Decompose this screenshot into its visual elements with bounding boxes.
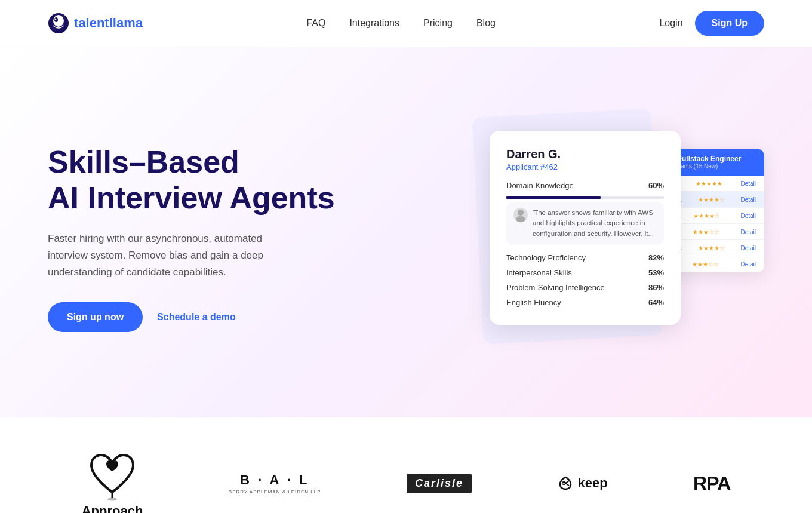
- skill-bar-wrap-domain: [506, 196, 664, 199]
- carlisle-logo-text: Carlisle: [407, 474, 472, 493]
- skill-domain-knowledge: Domain Knowledge 60%: [506, 181, 664, 199]
- approach-logo-icon: [85, 447, 139, 501]
- nav-link-blog[interactable]: Blog: [476, 18, 496, 29]
- candidate-card: Darren G. Applicant #462 Domain Knowledg…: [490, 131, 681, 325]
- skills-section: Technology Proficiency 82% Interpersonal…: [506, 253, 664, 307]
- skill-score-tech: 82%: [648, 253, 664, 262]
- hero-left: Skills–Based AI Interview Agents Faster …: [48, 145, 335, 332]
- logo-carlisle: Carlisle: [407, 474, 472, 493]
- keep-logo-word: keep: [577, 475, 607, 491]
- schedule-demo-button[interactable]: Schedule a demo: [157, 312, 236, 322]
- side-detail-2[interactable]: Detail: [740, 213, 756, 219]
- skill-bar-domain: [506, 196, 601, 199]
- skill-score-english: 64%: [648, 298, 664, 307]
- skill-interpersonal: Interpersonal Skills 53%: [506, 268, 664, 277]
- nav-right: Login Sign Up: [659, 11, 764, 36]
- side-detail-5[interactable]: Detail: [740, 261, 756, 268]
- svg-point-5: [516, 216, 525, 222]
- keep-logo-icon: [557, 475, 574, 492]
- skill-english: English Fluency 64%: [506, 298, 664, 307]
- skill-tech: Technology Proficiency 82%: [506, 253, 664, 262]
- side-stars-0: ★★★★★: [696, 180, 722, 187]
- skill-label-domain: Domain Knowledge: [506, 181, 574, 190]
- navigation: talentllama FAQ Integrations Pricing Blo…: [0, 0, 812, 47]
- candidate-quote: 'The answer shows familiarity with AWS a…: [506, 202, 664, 245]
- quote-avatar: [513, 208, 528, 222]
- side-detail-3[interactable]: Detail: [740, 229, 756, 235]
- side-stars-2: ★★★★☆: [693, 213, 720, 219]
- logo-rpa: RPA: [693, 472, 730, 494]
- signup-now-button[interactable]: Sign up now: [48, 302, 143, 332]
- nav-link-faq[interactable]: FAQ: [306, 18, 325, 29]
- side-detail-4[interactable]: Detail: [740, 245, 756, 251]
- svg-point-3: [55, 19, 57, 20]
- logos-section: Approach B · A · L BERRY APPLEMAN & LEID…: [0, 417, 812, 513]
- signup-button[interactable]: Sign Up: [695, 11, 764, 36]
- quote-text: 'The answer shows familiarity with AWS a…: [533, 208, 657, 239]
- hero-buttons: Sign up now Schedule a demo: [48, 302, 335, 332]
- skill-label-tech: Technology Proficiency: [506, 253, 586, 262]
- skill-score-domain: 60%: [648, 181, 664, 190]
- side-detail-1[interactable]: Detail: [740, 196, 756, 203]
- hero-title: Skills–Based AI Interview Agents: [48, 145, 335, 216]
- hero-cards: Darren G. Applicant #462 Domain Knowledg…: [466, 113, 764, 364]
- skill-label-interpersonal: Interpersonal Skills: [506, 268, 572, 277]
- logo-bal: B · A · L BERRY APPLEMAN & LEIDEN LLP: [229, 472, 321, 494]
- nav-link-pricing[interactable]: Pricing: [423, 18, 453, 29]
- candidate-name: Darren G.: [506, 148, 664, 161]
- approach-logo-text: Approach: [82, 503, 143, 513]
- nav-link-integrations[interactable]: Integrations: [349, 18, 399, 29]
- rpa-logo-text: RPA: [693, 472, 730, 494]
- candidate-applicant-id: Applicant #462: [506, 162, 664, 171]
- logo-text: talentllama: [74, 16, 143, 31]
- side-detail-0[interactable]: Detail: [740, 180, 756, 187]
- logo[interactable]: talentllama: [48, 13, 143, 34]
- skill-problem-solving: Problem-Solving Intelligence 86%: [506, 283, 664, 292]
- keep-logo-text: keep: [557, 475, 607, 492]
- hero-subtitle: Faster hiring with our asynchronous, aut…: [48, 231, 299, 281]
- login-link[interactable]: Login: [659, 18, 682, 29]
- svg-point-4: [518, 210, 524, 216]
- logo-icon: [48, 13, 69, 34]
- side-stars-5: ★★★☆☆: [692, 261, 719, 268]
- side-stars-1: ★★★★☆: [698, 196, 725, 203]
- logo-keep: keep: [557, 475, 607, 492]
- bal-logo-subtext: BERRY APPLEMAN & LEIDEN LLP: [229, 489, 321, 494]
- skill-score-interpersonal: 53%: [648, 268, 664, 277]
- skill-label-problem: Problem-Solving Intelligence: [506, 283, 605, 292]
- skill-label-english: English Fluency: [506, 298, 561, 307]
- side-stars-3: ★★★☆☆: [693, 229, 719, 235]
- skill-score-problem: 86%: [648, 283, 664, 292]
- hero-section: Skills–Based AI Interview Agents Faster …: [0, 47, 812, 417]
- bal-logo-text: B · A · L: [240, 472, 309, 488]
- svg-point-7: [107, 498, 117, 501]
- logo-approach: Approach: [82, 447, 143, 513]
- side-stars-4: ★★★★☆: [698, 245, 725, 251]
- nav-links: FAQ Integrations Pricing Blog: [306, 18, 496, 29]
